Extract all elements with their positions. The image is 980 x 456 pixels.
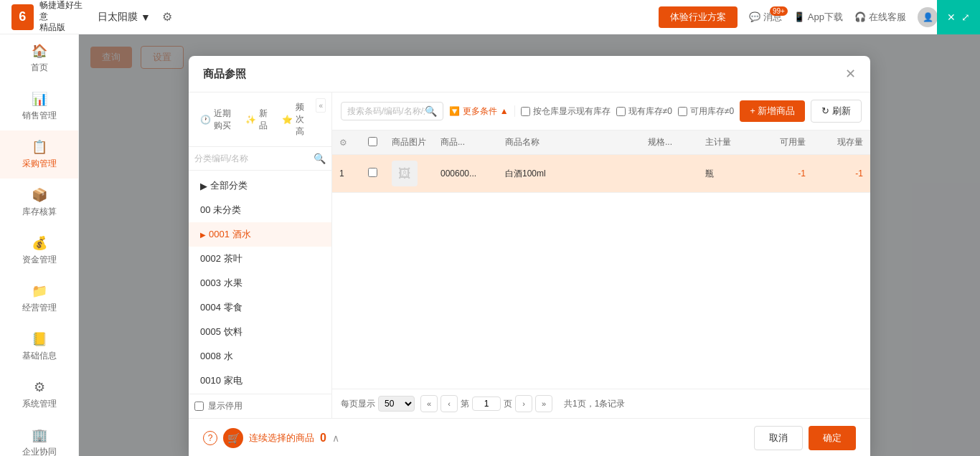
cart-icon[interactable]: 🛒 [223,428,243,448]
row-select-checkbox[interactable] [368,168,377,177]
page-nav: « ‹ 第 页 › » [420,395,552,412]
logo: 6 畅捷通好生意 精品版 [11,0,83,34]
available-stock-input[interactable] [678,107,687,116]
category-item-0002[interactable]: 0002 茶叶 [189,247,331,271]
tab-new[interactable]: ✨ 新品 [240,98,273,141]
category-list: ▶ 全部分类 00 未分类 ▶ 0001 酒水 0002 茶 [189,171,331,394]
store-selector[interactable]: 日太阳膜 ▼ [98,11,154,24]
sidebar-item-home[interactable]: 🏠 首页 [0,34,78,82]
inventory-icon: 📦 [32,187,47,203]
sidebar-label-finance: 资金管理 [22,254,57,266]
sidebar-item-sales[interactable]: 📊 销售管理 [0,82,78,130]
page-word: 第 [461,398,469,410]
online-service[interactable]: 🎧 在线客服 [854,11,906,24]
modal-header: 商品参照 ✕ [189,56,870,92]
available-stock-checkbox[interactable]: 可用库存≠0 [678,105,734,118]
product-lookup-modal: 商品参照 ✕ 🕐 近期购买 ✨ 新 [189,56,870,456]
sidebar-item-basic-info[interactable]: 📒 基础信息 [0,323,78,371]
app-download[interactable]: 📱 App下载 [793,11,843,24]
th-available[interactable]: 可用量 [755,130,813,155]
warehouse-display-label: 按仓库显示现有库存 [533,105,611,118]
th-spec[interactable]: 规格... [641,130,698,155]
filter-label: 更多条件 [463,105,497,118]
tab-recent[interactable]: 🕐 近期购买 [194,98,237,141]
th-stock[interactable]: 现存量 [813,130,870,155]
last-page-btn[interactable]: » [535,395,552,412]
sidebar-item-enterprise[interactable]: 🏢 企业协同 [0,419,78,456]
sidebar-item-finance[interactable]: 💰 资金管理 [0,227,78,275]
cart-label: 连续选择的商品 [249,432,314,445]
add-product-button[interactable]: + 新增商品 [740,100,805,122]
th-unit[interactable]: 主计量 [698,130,755,155]
category-item-00[interactable]: 00 未分类 [189,198,331,222]
category-label-0002: 0002 茶叶 [200,252,242,265]
category-item-0005[interactable]: 0005 饮料 [189,320,331,344]
page-number-input[interactable] [472,396,501,411]
settings-icon[interactable]: ⚙ [162,10,172,24]
category-label-0008: 0008 水 [200,350,233,363]
show-disabled-input[interactable] [194,402,204,411]
collapse-button[interactable]: « [316,98,326,113]
cart-collapse-icon[interactable]: ∧ [332,432,339,444]
existing-stock-checkbox[interactable]: 现有库存≠0 [616,105,672,118]
sidebar-label-home: 首页 [31,62,48,74]
logo-icon: 6 [11,4,34,30]
modal-close-button[interactable]: ✕ [845,66,856,82]
category-active-arrow: ▶ [200,231,206,239]
sidebar-item-system[interactable]: ⚙ 系统管理 [0,371,78,419]
message-badge: 99+ [770,6,788,16]
category-item-0004[interactable]: 0004 零食 [189,295,331,320]
main-layout: 🏠 首页 📊 销售管理 📋 采购管理 📦 库存核算 💰 资金管理 📁 经营管理 … [0,34,980,456]
message-icon[interactable]: 💬 消息 99+ [749,11,782,24]
per-page-select[interactable]: 50 10 20 100 [378,396,415,412]
expand-corner-icon[interactable]: ⤢ [961,11,970,23]
basic-info-icon: 📒 [32,331,47,347]
tab-recent-label: 近期购买 [214,108,231,132]
confirm-button[interactable]: 确定 [809,426,856,450]
show-disabled-checkbox[interactable]: 显示停用 [194,400,326,412]
refresh-button[interactable]: ↻ 刷新 [811,100,862,123]
warehouse-display-checkbox[interactable]: 按仓库显示现有库存 [521,105,611,118]
toolbar-right: + 新增商品 ↻ 刷新 [740,100,862,123]
th-name[interactable]: 商品名称 [498,130,641,155]
sidebar-item-purchase[interactable]: 📋 采购管理 [0,130,78,179]
category-item-0001[interactable]: ▶ 0001 酒水 [189,222,331,247]
table-row[interactable]: 1 🖼 000600... 白酒100ml [332,155,870,193]
category-label-0005: 0005 饮料 [200,326,242,338]
left-tabs: 🕐 近期购买 ✨ 新品 ⭐ 频次高 « [189,92,331,147]
category-label-0010: 0010 家电 [200,374,242,387]
category-item-0003[interactable]: 0003 水果 [189,271,331,295]
row-name: 白酒100ml [498,155,641,193]
category-item-0010[interactable]: 0010 家电 [189,369,331,393]
trial-button[interactable]: 体验行业方案 [659,6,738,28]
left-panel-search: 🔍 [189,147,331,171]
first-page-btn[interactable]: « [420,395,438,412]
category-item-0008[interactable]: 0008 水 [189,344,331,369]
category-search-input[interactable] [194,153,314,163]
topbar-actions: 体验行业方案 💬 消息 99+ 📱 App下载 🎧 在线客服 👤 徐泽华 [659,6,969,28]
row-available: -1 [755,155,813,193]
help-icon[interactable]: ? [203,431,217,445]
next-page-btn[interactable]: › [515,395,532,412]
product-search-icon[interactable]: 🔍 [425,105,437,117]
select-all-checkbox[interactable] [368,137,377,146]
product-table-wrap: ⚙ 商品图片 商品... 商品名称 规格... [332,130,870,389]
product-search-input[interactable] [347,106,425,116]
filter-button[interactable]: 🔽 更多条件 ▲ [449,105,509,118]
category-label-0003: 0003 水果 [200,277,242,290]
cancel-button[interactable]: 取消 [754,426,803,450]
home-icon: 🏠 [32,43,47,59]
th-code[interactable]: 商品... [433,130,498,155]
topbar: 6 畅捷通好生意 精品版 日太阳膜 ▼ ⚙ 体验行业方案 💬 消息 99+ 📱 … [0,0,980,34]
sidebar-item-operations[interactable]: 📁 经营管理 [0,275,78,323]
tab-frequent[interactable]: ⭐ 频次高 [276,98,313,141]
existing-stock-input[interactable] [616,107,626,116]
category-item-all[interactable]: ▶ 全部分类 [189,174,331,198]
app-label: App下载 [808,11,843,24]
close-corner-icon[interactable]: ✕ [947,11,956,23]
category-search-icon[interactable]: 🔍 [314,153,326,164]
prev-page-btn[interactable]: ‹ [440,395,458,412]
sidebar-item-inventory[interactable]: 📦 库存核算 [0,179,78,227]
warehouse-display-input[interactable] [521,107,530,116]
table-settings-icon[interactable]: ⚙ [339,138,347,148]
